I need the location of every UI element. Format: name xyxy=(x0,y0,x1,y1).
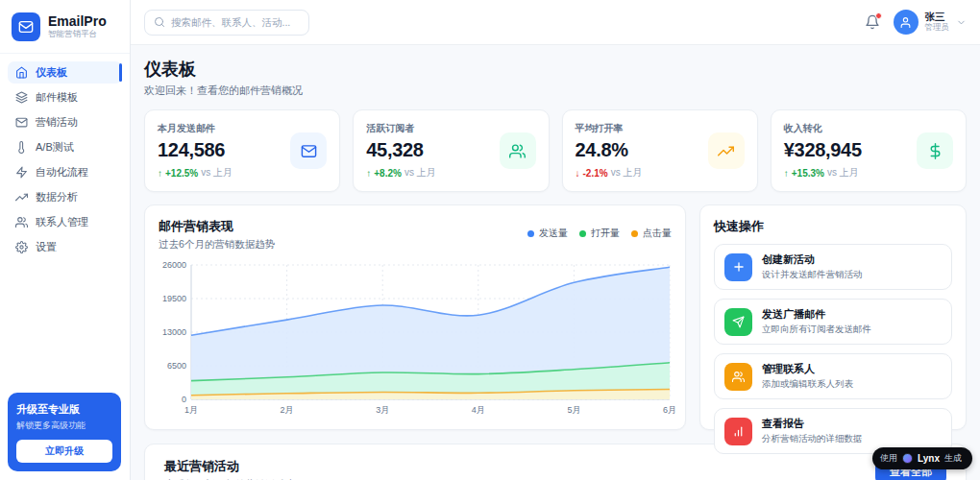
action-create-campaign[interactable]: 创建新活动 设计并发送邮件营销活动 xyxy=(714,244,952,290)
user-role: 管理员 xyxy=(925,22,950,34)
quick-actions-title: 快速操作 xyxy=(714,218,952,235)
mail-icon xyxy=(290,132,327,169)
area-chart: 065001300019500260001月2月3月4月5月6月 xyxy=(159,257,675,419)
legend-item-opened: 打开量 xyxy=(579,227,620,240)
zap-icon xyxy=(15,166,28,179)
sidebar-item-label: 自动化流程 xyxy=(36,165,88,180)
users-icon xyxy=(500,132,536,169)
lynx-logo-icon xyxy=(902,453,913,464)
stat-label: 收入转化 xyxy=(784,122,862,135)
sidebar-item-label: 数据分析 xyxy=(36,190,78,204)
stat-card-open-rate: 平均打开率 24.8% ↓ -2.1% vs 上月 xyxy=(562,109,758,192)
send-icon xyxy=(724,308,752,336)
stat-card-subscribers: 活跃订阅者 45,328 ↑ +8.2% vs 上月 xyxy=(353,109,549,192)
action-subtitle: 设计并发送邮件营销活动 xyxy=(762,269,863,281)
stat-label: 平均打开率 xyxy=(576,122,643,135)
chart-subtitle: 过去6个月的营销数据趋势 xyxy=(159,238,275,252)
legend-item-clicked: 点击量 xyxy=(631,227,672,240)
svg-text:26000: 26000 xyxy=(162,260,186,270)
sidebar-item-label: A/B测试 xyxy=(36,140,74,155)
action-subtitle: 添加或编辑联系人列表 xyxy=(762,378,853,391)
topbar: 张三 管理员 xyxy=(131,0,980,45)
legend-label: 发送量 xyxy=(539,227,568,240)
bar-chart-icon xyxy=(724,418,752,445)
plus-icon xyxy=(724,253,752,281)
svg-text:2月: 2月 xyxy=(281,405,294,415)
action-subtitle: 分析营销活动的详细数据 xyxy=(762,433,863,445)
action-send-broadcast[interactable]: 发送广播邮件 立即向所有订阅者发送邮件 xyxy=(714,299,952,345)
avatar xyxy=(894,10,919,35)
stat-card-revenue: 收入转化 ¥328,945 ↑ +15.3% vs 上月 xyxy=(771,109,967,192)
svg-text:19500: 19500 xyxy=(162,294,186,303)
stat-delta: +12.5% xyxy=(165,168,198,179)
sidebar-item-label: 设置 xyxy=(36,240,57,254)
arrow-up-icon: ↑ xyxy=(366,168,371,179)
users-icon xyxy=(15,216,28,228)
watermark-prefix: 使用 xyxy=(880,452,897,465)
stat-value: 124,586 xyxy=(158,139,233,161)
stat-card-emails-sent: 本月发送邮件 124,586 ↑ +12.5% vs 上月 xyxy=(144,109,340,192)
legend-dot xyxy=(631,230,638,237)
watermark-brand: Lynx xyxy=(918,453,940,464)
chart-title: 邮件营销表现 xyxy=(159,218,275,235)
main-content: 仪表板 欢迎回来！查看您的邮件营销概况 本月发送邮件 124,586 ↑ +12… xyxy=(131,45,980,480)
search-input[interactable] xyxy=(171,16,300,28)
sidebar-item-templates[interactable]: 邮件模板 xyxy=(8,86,122,108)
stat-label: 活跃订阅者 xyxy=(366,122,435,135)
mail-icon xyxy=(15,116,28,129)
sidebar-item-settings[interactable]: 设置 xyxy=(8,236,122,258)
svg-text:5月: 5月 xyxy=(567,405,580,415)
action-subtitle: 立即向所有订阅者发送邮件 xyxy=(762,324,871,336)
sidebar-item-label: 营销活动 xyxy=(36,115,78,130)
stat-label: 本月发送邮件 xyxy=(158,122,233,135)
legend-dot xyxy=(579,230,586,237)
sidebar-item-dashboard[interactable]: 仪表板 xyxy=(8,61,122,84)
user-icon xyxy=(899,16,912,29)
legend-label: 打开量 xyxy=(591,227,620,240)
sidebar-item-label: 邮件模板 xyxy=(36,90,78,105)
legend-label: 点击量 xyxy=(643,227,672,240)
brand-name: EmailPro xyxy=(48,13,107,29)
legend-dot xyxy=(527,230,534,237)
sidebar-item-analytics[interactable]: 数据分析 xyxy=(8,186,122,208)
arrow-up-icon: ↑ xyxy=(784,168,789,179)
arrow-up-icon: ↑ xyxy=(158,168,162,179)
upgrade-card: 升级至专业版 解锁更多高级功能 立即升级 xyxy=(8,393,121,471)
lynx-watermark-badge[interactable]: 使用 Lynx 生成 xyxy=(872,447,972,469)
arrow-down-icon: ↓ xyxy=(576,168,580,179)
brand-logo-mail-icon xyxy=(12,12,40,41)
sidebar-item-contacts[interactable]: 联系人管理 xyxy=(8,211,122,233)
svg-text:13000: 13000 xyxy=(162,327,186,337)
performance-chart-card: 邮件营销表现 过去6个月的营销数据趋势 发送量 打开量 点击量 xyxy=(144,204,686,430)
notifications-button[interactable] xyxy=(865,14,880,30)
upgrade-button[interactable]: 立即升级 xyxy=(16,440,112,463)
action-title: 管理联系人 xyxy=(762,362,853,376)
svg-text:1月: 1月 xyxy=(184,405,198,415)
sidebar-item-campaigns[interactable]: 营销活动 xyxy=(8,111,122,133)
action-title: 查看报告 xyxy=(762,417,863,431)
user-name: 张三 xyxy=(925,11,950,23)
brand: EmailPro 智能营销平台 xyxy=(0,0,130,54)
stat-delta: -2.1% xyxy=(583,168,608,179)
sidebar-item-ab-test[interactable]: A/B测试 xyxy=(8,136,122,158)
search-box[interactable] xyxy=(144,10,309,36)
stat-value: 45,328 xyxy=(366,139,435,161)
sidebar-item-label: 仪表板 xyxy=(36,65,67,80)
action-manage-contacts[interactable]: 管理联系人 添加或编辑联系人列表 xyxy=(714,353,952,399)
trending-up-icon xyxy=(15,191,28,204)
action-title: 创建新活动 xyxy=(762,252,863,267)
sidebar-item-automation[interactable]: 自动化流程 xyxy=(8,161,122,183)
chart-legend: 发送量 打开量 点击量 xyxy=(527,218,672,240)
svg-text:6月: 6月 xyxy=(663,405,675,415)
svg-text:6500: 6500 xyxy=(167,361,186,371)
dollar-icon xyxy=(917,132,953,169)
stat-compare: vs 上月 xyxy=(827,166,859,180)
user-menu[interactable]: 张三 管理员 xyxy=(894,10,968,35)
upgrade-subtitle: 解锁更多高级功能 xyxy=(16,420,112,432)
page-title: 仪表板 xyxy=(144,58,967,81)
brand-tagline: 智能营销平台 xyxy=(48,29,107,40)
stat-compare: vs 上月 xyxy=(201,166,233,180)
notification-dot xyxy=(875,12,882,19)
stat-delta: +15.3% xyxy=(792,168,824,179)
layers-icon xyxy=(15,91,28,104)
